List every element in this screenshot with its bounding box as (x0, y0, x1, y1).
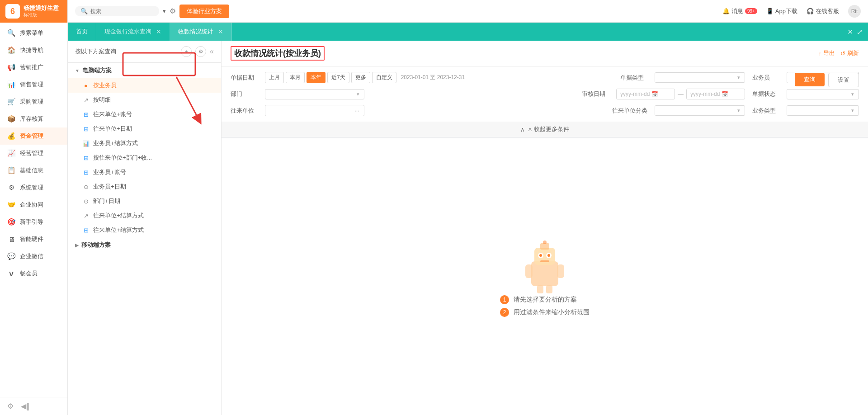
review-date-to[interactable]: yyyy-mm-dd 📅 (686, 89, 745, 99)
settings-bottom-icon[interactable]: ⚙ (7, 402, 14, 410)
tab-bank-close[interactable]: ✕ (156, 28, 161, 35)
logo-text: 畅捷通好生意 (24, 5, 59, 12)
messages-btn[interactable]: 🔔 消息 99+ (722, 7, 757, 15)
settings-button[interactable]: 设置 (828, 73, 859, 87)
sidebar-item-search[interactable]: 🔍 搜索菜单 (0, 24, 67, 42)
plan-item-active-icon: ● (82, 82, 90, 89)
sidebar-item-corp[interactable]: 🤝 企业协同 (0, 196, 67, 213)
plan-item-sales-date[interactable]: ⊙ 业务员+日期 (68, 179, 221, 194)
gear-icon-top[interactable]: ⚙ (170, 7, 176, 15)
search-icon: 🔍 (7, 29, 15, 37)
search-input[interactable] (90, 8, 154, 14)
plan-item-sales-acct[interactable]: ⊞ 业务员+账号 (68, 165, 221, 179)
search-box[interactable]: 🔍 (75, 6, 159, 16)
sidebar-item-inventory[interactable]: 📦 库存核算 (0, 110, 67, 127)
plan-item-partner-date[interactable]: ⊞ 往来单位+日期 (68, 122, 221, 136)
partner-more-dots[interactable]: ··· (354, 107, 359, 114)
tab-receipt-close[interactable]: ✕ (218, 28, 223, 35)
plan-header-label: 按以下方案查询 (75, 47, 116, 56)
corp-icon: 🤝 (7, 201, 15, 209)
date-tab-last-month[interactable]: 上月 (265, 72, 284, 83)
review-date-label: 审核日期 (582, 90, 609, 98)
review-date-group: yyyy-mm-dd 📅 — yyyy-mm-dd 📅 (616, 89, 745, 99)
sidebar-bottom: ⚙ ◀‖ (0, 397, 67, 415)
sidebar-item-wechat[interactable]: 💬 企业微信 (0, 248, 67, 265)
mobile-group-header[interactable]: ▶ 移动端方案 (68, 237, 221, 253)
calendar-to-icon: 📅 (722, 91, 728, 97)
tab-receipt[interactable]: 收款情况统计 ✕ (170, 23, 232, 41)
sidebar-item-quicknav[interactable]: 🏠 快捷导航 (0, 42, 67, 59)
date-tab-more[interactable]: 更多 (351, 72, 370, 83)
svg-rect-1 (534, 248, 555, 265)
plan-collapse-btn[interactable]: « (210, 47, 214, 56)
plan-item-grid-icon: ⊞ (82, 111, 90, 118)
tab-home[interactable]: 首页 (68, 23, 96, 41)
action-buttons: 查询 设置 (795, 73, 859, 87)
plan-settings-btn[interactable]: ⚙ (195, 46, 206, 57)
svg-rect-8 (557, 264, 564, 278)
partner-cat-label: 往来单位分类 (612, 107, 647, 115)
logo-badge: 标准版 (24, 12, 59, 18)
sidebar-item-purchase[interactable]: 🛒 采购管理 (0, 93, 67, 110)
home-icon: 🏠 (7, 46, 15, 54)
plan-item-detail[interactable]: ↗ 按明细 (68, 93, 221, 107)
plan-item-partner-settle1[interactable]: ↗ 往来单位+结算方式 (68, 208, 221, 223)
plan-item-grid2-icon: ⊞ (82, 125, 90, 132)
collapse-bar[interactable]: ∧ ∧ 收起更多条件 (222, 122, 868, 137)
sidebar-item-finance[interactable]: 💰 资金管理 (0, 127, 67, 145)
dept-select[interactable]: ▾ (265, 89, 364, 99)
sidebar-item-basic[interactable]: 📋 基础信息 (0, 162, 67, 179)
maximize-icon[interactable]: ⤢ (857, 28, 863, 36)
online-service-btn[interactable]: 🎧 在线客服 (807, 7, 839, 15)
user-avatar[interactable]: Rit (848, 5, 861, 18)
doc-status-select[interactable]: ▾ (787, 89, 859, 99)
dept-chevron: ▾ (357, 91, 359, 97)
plan-item-partner-dept[interactable]: ⊞ 按往来单位+部门+收... (68, 151, 221, 165)
pc-group-header[interactable]: ▼ 电脑端方案 (68, 63, 221, 78)
export-btn[interactable]: ↑ 导出 (819, 49, 835, 57)
close-all-tabs-icon[interactable]: ✕ (847, 28, 853, 36)
plan-item-clock2-icon: ⊙ (82, 198, 90, 205)
date-tab-this-month[interactable]: 本月 (286, 72, 305, 83)
query-button[interactable]: 查询 (795, 73, 825, 86)
mobile-group-arrow: ▶ (75, 243, 79, 248)
messages-badge: 99+ (745, 8, 757, 14)
partner-select[interactable]: ··· (265, 105, 364, 116)
marketing-icon: 📢 (7, 63, 15, 71)
date-tab-custom[interactable]: 自定义 (372, 72, 396, 83)
sidebar: 6 畅捷通好生意 标准版 🔍 搜索菜单 🏠 快捷导航 📢 营销推广 📊 销售管理… (0, 0, 68, 415)
date-tab-this-year[interactable]: 本年 (307, 72, 326, 83)
sidebar-item-system[interactable]: ⚙ 系统管理 (0, 179, 67, 196)
service-icon: 🎧 (807, 8, 814, 14)
sidebar-item-operations[interactable]: 📈 经营管理 (0, 145, 67, 162)
trial-button[interactable]: 体验行业方案 (179, 5, 229, 18)
dropdown-btn[interactable]: ▾ (163, 8, 166, 14)
svg-point-5 (547, 254, 550, 257)
sidebar-item-hardware[interactable]: 🖥 智能硬件 (0, 231, 67, 248)
tab-bank[interactable]: 现金银行流水查询 ✕ (96, 23, 170, 41)
plan-item-partner-acct[interactable]: ⊞ 往来单位+账号 (68, 107, 221, 122)
refresh-btn[interactable]: ↺ 刷新 (840, 49, 859, 57)
biz-type-select[interactable]: ▾ (787, 105, 859, 116)
plan-item-dept-date[interactable]: ⊙ 部门+日期 (68, 194, 221, 208)
dept-label: 部门 (231, 90, 258, 98)
sidebar-item-guide[interactable]: 🎯 新手引导 (0, 213, 67, 231)
date-tab-7days[interactable]: 近7天 (327, 72, 349, 83)
collapse-icon: ∧ (520, 126, 525, 133)
sidebar-item-sales[interactable]: 📊 销售管理 (0, 76, 67, 93)
collapse-bottom-icon[interactable]: ◀‖ (21, 402, 30, 410)
partner-cat-select[interactable]: ▾ (655, 105, 745, 116)
plan-add-btn[interactable]: + (181, 46, 192, 57)
plan-item-salesperson[interactable]: ● 按业务员 (68, 78, 221, 93)
biz-type-chevron: ▾ (851, 108, 854, 113)
sidebar-item-member[interactable]: V 畅会员 (0, 265, 67, 282)
plan-item-sales-settlement[interactable]: 📊 业务员+结算方式 (68, 136, 221, 151)
plan-item-partner-settle2[interactable]: ⊞ 往来单位+结算方式 (68, 223, 221, 237)
doc-type-select[interactable]: ▾ (655, 72, 745, 83)
member-icon: V (7, 269, 15, 278)
app-download-btn[interactable]: 📱 App下载 (766, 7, 797, 15)
doc-type-label: 单据类型 (620, 74, 647, 82)
sidebar-item-marketing[interactable]: 📢 营销推广 (0, 59, 67, 76)
doc-status-chevron: ▾ (851, 91, 854, 97)
review-date-from[interactable]: yyyy-mm-dd 📅 (616, 89, 675, 99)
